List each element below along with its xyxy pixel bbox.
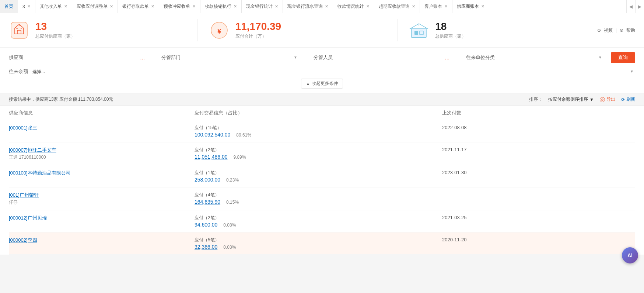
results-bar: 搜索结果中，供应商13家 应付金额 111,703,854.00元 排序： 按应… (0, 93, 644, 106)
nav-tab-11-label: 客户账本 (424, 3, 442, 10)
tx-percent-3: 0.23% (226, 177, 239, 183)
nav-tab-8[interactable]: 现金银行流水查询 ✕ (283, 0, 333, 13)
tx-amount-link-6[interactable]: 32,366.00 (195, 244, 217, 250)
tx-row-3: 258,000.00 0.23% (195, 176, 442, 183)
supplier-dots-button[interactable]: ... (139, 54, 146, 61)
tx-cell-4: 应付（4笔） 164,635.90 0.15% (195, 192, 442, 205)
sort-select[interactable]: 按应付余额倒序排序 ▼ (548, 96, 594, 103)
nav-tab-3[interactable]: 应收应付调整单 ✕ (72, 0, 118, 13)
supplier-input[interactable] (26, 52, 139, 63)
nav-next-button[interactable]: ▶ (635, 0, 644, 13)
ai-button[interactable]: Ai (622, 247, 638, 255)
table-row: [001]广州荣轩 仔仔 应付（4笔） 164,635.90 0.15% (9, 187, 635, 210)
card-divider-2 (397, 19, 398, 41)
video-link[interactable]: 视频 (604, 27, 613, 34)
card-3-number: 18 (435, 21, 466, 32)
close-icon[interactable]: ✕ (275, 4, 278, 9)
supplier-link-2[interactable]: [000007]恒旺二手叉车 (9, 147, 56, 153)
nav-tab-7[interactable]: 现金银行统计 ✕ (242, 0, 283, 13)
person-input[interactable] (336, 52, 443, 63)
balance-select[interactable]: 选择... (31, 66, 635, 77)
tx-cell-1: 应付（15笔） 100,092,540.00 89.61% (195, 125, 442, 138)
dept-label: 分管部门 (161, 54, 181, 61)
tx-cell-2: 应付（2笔） 11,051,486.00 9.89% (195, 147, 442, 160)
close-icon[interactable]: ✕ (64, 4, 67, 9)
nav-tab-8-label: 现金银行流水查询 (287, 3, 323, 10)
tx-label-6: 应付（5笔） (195, 237, 442, 243)
circle-icon-2: ⊙ (620, 28, 623, 33)
refresh-button[interactable]: ⟳ 刷新 (621, 96, 635, 103)
last-pay-5: 2021-03-25 (442, 215, 467, 220)
tx-percent-4: 0.15% (226, 200, 239, 205)
collapse-label: 收起更多条件 (312, 80, 338, 87)
tx-label-1: 应付（15笔） (195, 125, 442, 131)
supplier-cell-4: [001]广州荣轩 仔仔 (9, 192, 195, 206)
help-link[interactable]: 帮助 (626, 27, 635, 34)
svg-rect-10 (414, 31, 418, 35)
nav-tab-6-label: 收款核销执行 (205, 3, 231, 10)
table-row-highlighted: [000002]李四 应付（5笔） 32,366.00 0.03% 2020-1… (9, 232, 635, 255)
supplier-link-4[interactable]: [001]广州荣轩 (9, 192, 39, 198)
table-row: [000012]广州贝瑞 应付（2笔） 94,600.00 0.08% 2021… (9, 210, 635, 232)
nav-tab-12[interactable]: 供应商账本 ✕ (452, 0, 489, 13)
filter-person: 分管人员 ... (314, 52, 451, 63)
nav-arrows: ◀ ▶ (626, 0, 644, 13)
nav-tab-home[interactable]: 首页 (0, 0, 18, 13)
supplier-cell-6: [000002]李四 (9, 237, 195, 244)
money-icon: ¥ (209, 20, 230, 41)
close-icon[interactable]: ✕ (151, 4, 154, 9)
svg-text:¥: ¥ (217, 28, 221, 35)
nav-tab-2[interactable]: 其他收入单 ✕ (35, 0, 72, 13)
tx-amount-link-5[interactable]: 94,600.00 (195, 222, 217, 228)
card-1-label: 总应付供应商（家） (35, 33, 75, 39)
supplier-link-5[interactable]: [000012]广州贝瑞 (9, 215, 47, 221)
close-icon[interactable]: ✕ (412, 4, 415, 9)
tx-percent-6: 0.03% (223, 245, 236, 250)
header-lastpay: 上次付数 (442, 110, 628, 116)
close-icon[interactable]: ✕ (481, 4, 484, 9)
person-label: 分管人员 (314, 54, 333, 61)
nav-tab-10[interactable]: 超期应收款查询 ✕ (374, 0, 420, 13)
query-button[interactable]: 查询 (611, 52, 635, 63)
nav-tab-9[interactable]: 收款情况统计 ✕ (333, 0, 374, 13)
close-icon[interactable]: ✕ (110, 4, 113, 9)
nav-tab-4[interactable]: 银行存取款单 ✕ (118, 0, 159, 13)
nav-tab-5[interactable]: 预收冲应收单 ✕ (159, 0, 200, 13)
person-dots-button[interactable]: ... (443, 54, 451, 61)
close-icon[interactable]: ✕ (234, 4, 237, 9)
supplier-link-3[interactable]: [000100]本特勤油品有限公司 (9, 170, 71, 176)
top-navigation: 首页 3 ✕ 其他收入单 ✕ 应收应付调整单 ✕ 银行存取款单 ✕ 预收冲应收单… (0, 0, 644, 13)
card-1-info: 13 总应付供应商（家） (35, 21, 75, 39)
tx-amount-link-4[interactable]: 164,635.90 (195, 199, 220, 205)
tx-cell-5: 应付（2笔） 94,600.00 0.08% (195, 215, 442, 228)
nav-prev-button[interactable]: ◀ (626, 0, 635, 13)
lastpay-cell-5: 2021-03-25 (442, 215, 628, 220)
nav-tab-1[interactable]: 3 ✕ (18, 0, 35, 13)
dept-select[interactable] (183, 52, 299, 63)
sort-arrow-icon: ▼ (589, 97, 594, 102)
card-divider-1 (197, 19, 198, 41)
nav-tab-3-label: 应收应付调整单 (77, 3, 108, 10)
close-icon[interactable]: ✕ (444, 4, 448, 9)
close-icon[interactable]: ✕ (27, 4, 31, 9)
store-icon (409, 20, 429, 41)
collapse-button[interactable]: ▲ 收起更多条件 (301, 79, 343, 89)
tx-amount-link-1[interactable]: 100,092,540.00 (195, 132, 230, 138)
close-icon[interactable]: ✕ (325, 4, 328, 9)
unit-class-select[interactable] (498, 52, 604, 63)
supplier-link-1[interactable]: [000001]张三 (9, 125, 37, 131)
close-icon[interactable]: ✕ (192, 4, 196, 9)
export-button[interactable]: ⊙ 导出 (600, 96, 615, 103)
supplier-link-6[interactable]: [000002]李四 (9, 237, 37, 243)
tx-amount-link-2[interactable]: 11,051,486.00 (195, 154, 228, 160)
nav-tab-6[interactable]: 收款核销执行 ✕ (200, 0, 242, 13)
table-header: 供应商信息 应付交易信息（占比） 上次付数 (9, 106, 635, 120)
supplier-label: 供应商 (9, 54, 23, 61)
tx-amount-link-3[interactable]: 258,000.00 (195, 177, 220, 183)
table-row: [000007]恒旺二手叉车 王通 17106110000 应付（2笔） 11,… (9, 142, 635, 165)
nav-tab-1-label: 3 (22, 4, 25, 9)
close-icon[interactable]: ✕ (366, 4, 370, 9)
filter-dept: 分管部门 ▼ (161, 52, 299, 63)
tx-row-6: 32,366.00 0.03% (195, 243, 442, 250)
nav-tab-11[interactable]: 客户账本 ✕ (420, 0, 452, 13)
